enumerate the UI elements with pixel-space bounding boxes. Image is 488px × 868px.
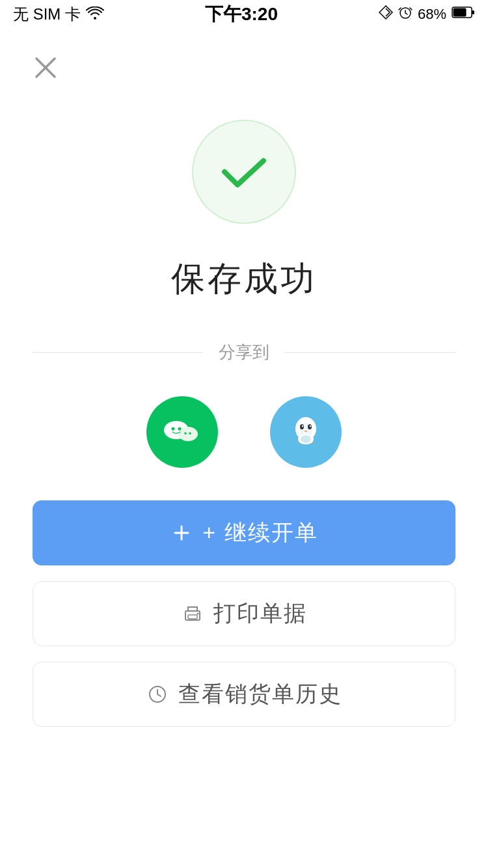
print-icon <box>181 602 204 625</box>
svg-point-15 <box>308 424 312 429</box>
main-content: 保存成功 分享到 <box>0 107 488 868</box>
svg-point-9 <box>178 427 182 431</box>
svg-point-17 <box>310 426 311 427</box>
wechat-share-button[interactable] <box>146 396 218 468</box>
success-title: 保存成功 <box>171 256 317 302</box>
share-divider: 分享到 <box>33 341 455 364</box>
status-right: 68% <box>379 5 475 23</box>
svg-point-11 <box>189 432 191 435</box>
status-bar: 无 SIM 卡 下午3:20 68% <box>0 0 488 29</box>
share-section: 分享到 <box>33 341 455 468</box>
share-icons <box>33 396 455 468</box>
battery-percentage: 68% <box>418 6 446 23</box>
svg-point-24 <box>197 613 199 615</box>
svg-point-14 <box>300 424 304 429</box>
continue-button[interactable]: + 继续开单 <box>33 500 455 565</box>
qq-icon <box>283 409 329 455</box>
checkmark-icon <box>215 142 273 201</box>
share-label: 分享到 <box>203 341 285 364</box>
success-icon-circle <box>192 120 296 224</box>
history-label: 查看销货单历史 <box>178 679 342 709</box>
qq-share-button[interactable] <box>270 396 342 468</box>
svg-rect-3 <box>453 8 466 17</box>
print-label: 打印单据 <box>213 599 307 629</box>
wifi-icon <box>86 5 104 23</box>
continue-label: + 继续开单 <box>202 518 318 548</box>
plus-icon <box>170 521 193 545</box>
battery-icon <box>452 6 475 23</box>
history-button[interactable]: 查看销货单历史 <box>33 662 455 727</box>
svg-point-7 <box>178 427 198 441</box>
location-icon <box>379 5 393 23</box>
clock-icon <box>146 683 169 706</box>
svg-rect-23 <box>188 615 197 619</box>
svg-point-8 <box>172 427 175 431</box>
svg-rect-2 <box>472 10 474 14</box>
alarm-icon <box>398 5 413 23</box>
svg-point-10 <box>184 432 187 435</box>
time-display: 下午3:20 <box>205 2 278 27</box>
print-button[interactable]: 打印单据 <box>33 581 455 646</box>
wechat-icon <box>159 409 205 455</box>
status-left: 无 SIM 卡 <box>13 4 104 25</box>
close-button[interactable] <box>20 42 72 94</box>
svg-point-21 <box>301 435 311 443</box>
svg-point-16 <box>302 426 303 427</box>
no-sim-text: 无 SIM 卡 <box>13 4 81 25</box>
action-buttons: + 继续开单 打印单据 查看销货单历史 <box>33 500 455 727</box>
